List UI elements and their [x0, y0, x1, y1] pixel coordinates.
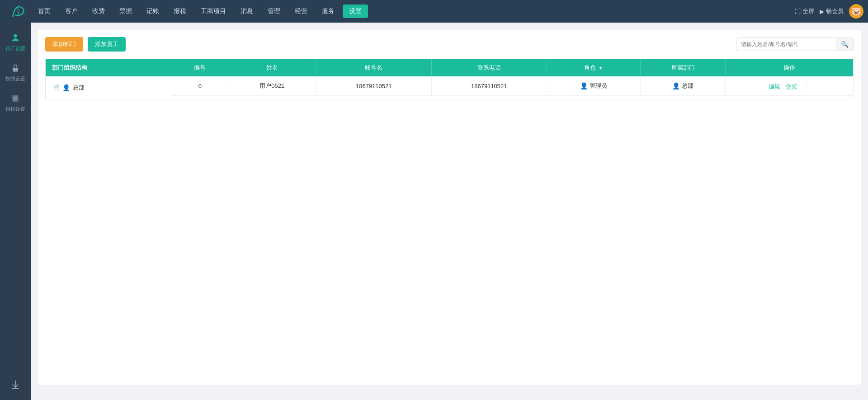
role-user-icon: 👤: [580, 82, 588, 89]
employee-table: 编号 姓名 账号名 联系电话 角色 ▼ 所属部门 操作: [172, 59, 853, 96]
col-header-phone: 联系电话: [431, 59, 547, 76]
dept-user-icon-2: 👤: [672, 82, 680, 89]
search-input[interactable]: [736, 38, 836, 50]
col-header-id: 编号: [172, 59, 228, 76]
lock-icon: [10, 63, 21, 74]
add-emp-button[interactable]: 添加员工: [88, 37, 126, 52]
nav-item-bookkeeping[interactable]: 记账: [140, 5, 165, 18]
search-icon: 🔍: [841, 41, 849, 48]
nav-items: 首页 客户 收费 票据 记账 报税 工商项目 消息 管理 经营 服务 设置: [32, 5, 795, 18]
col-header-dept: 所属部门: [641, 59, 726, 76]
edit-link[interactable]: 编辑: [769, 83, 780, 90]
col-header-account: 账号名: [316, 59, 431, 76]
emp-table: 编号 姓名 账号名 联系电话 角色 ▼ 所属部门 操作: [172, 59, 853, 99]
table-header-row: 编号 姓名 账号名 联系电话 角色 ▼ 所属部门 操作: [172, 59, 853, 76]
dept-tree-header: 部门组织结构: [46, 59, 172, 76]
file-icon: 📄: [52, 84, 60, 91]
cell-account: 18679110521: [316, 76, 431, 96]
nav-item-customer[interactable]: 客户: [59, 5, 84, 18]
fullscreen-label: 全屏: [802, 7, 814, 15]
vip-icon: ▶: [820, 8, 824, 15]
dept-tree-item-general[interactable]: 📄 👤 总部: [46, 80, 172, 95]
toolbar-left: 添加部门 添加员工: [45, 37, 126, 52]
cell-name: 用户0521: [228, 76, 316, 96]
main-content: 添加部门 添加员工 🔍 部门组织结构 📄: [31, 23, 868, 400]
dept-tree: 部门组织结构 📄 👤 总部: [46, 59, 172, 99]
person-icon: [10, 33, 21, 43]
dept-user-icon: 👤: [62, 84, 70, 91]
table-row: 0 用户0521 18679110521 18679110521 👤 管理员: [172, 76, 853, 96]
role-value: 管理员: [590, 82, 607, 90]
sidebar-item-taxsettings[interactable]: 报税设置: [0, 88, 31, 118]
cell-action: 编辑 交接 ⋮: [726, 76, 853, 96]
nav-right: ⛶ 全屏 ▶ 畅会员 🐷: [795, 4, 863, 19]
cell-phone: 18679110521: [431, 76, 547, 96]
nav-item-service[interactable]: 服务: [316, 5, 341, 18]
filter-icon[interactable]: ▼: [599, 66, 603, 71]
nav-item-operation[interactable]: 经营: [288, 5, 314, 18]
report-icon: [10, 93, 21, 104]
content-area: 添加部门 添加员工 🔍 部门组织结构 📄: [38, 30, 861, 385]
nav-item-bill[interactable]: 票据: [113, 5, 138, 18]
nav-item-message[interactable]: 消息: [234, 5, 259, 18]
dept-value: 总部: [682, 82, 693, 90]
cell-role: 👤 管理员: [547, 76, 640, 96]
top-nav: 首页 客户 收费 票据 记账 报税 工商项目 消息 管理 经营 服务 设置 ⛶ …: [0, 0, 868, 23]
logo-icon: [11, 4, 25, 19]
fullscreen-icon: ⛶: [795, 8, 801, 15]
svg-rect-1: [13, 68, 18, 71]
sidebar-item-taxsettings-label: 报税设置: [5, 106, 25, 113]
avatar[interactable]: 🐷: [849, 4, 863, 19]
cell-dept: 👤 总部: [641, 76, 726, 96]
sidebar-item-permission-label: 权限设置: [5, 75, 25, 82]
transfer-link[interactable]: 交接: [786, 83, 797, 90]
vip-label: 畅会员: [826, 7, 844, 15]
nav-item-settings[interactable]: 设置: [343, 5, 368, 18]
two-column-layout: 部门组织结构 📄 👤 总部 编号: [45, 59, 854, 99]
layout: 员工设置 权限设置 报税设置: [0, 23, 868, 400]
download-icon: [10, 379, 21, 390]
col-header-name: 姓名: [228, 59, 316, 76]
col-header-role: 角色 ▼: [547, 59, 640, 76]
search-button[interactable]: 🔍: [836, 38, 853, 51]
nav-item-home[interactable]: 首页: [32, 5, 57, 18]
sidebar: 员工设置 权限设置 报税设置: [0, 23, 31, 400]
add-dept-button[interactable]: 添加部门: [45, 37, 83, 52]
svg-point-0: [14, 34, 17, 38]
dept-name-general: 总部: [73, 84, 85, 92]
sidebar-item-employee-label: 员工设置: [5, 45, 25, 52]
fullscreen-btn[interactable]: ⛶ 全屏: [795, 7, 814, 15]
vip-btn[interactable]: ▶ 畅会员: [820, 7, 844, 15]
sidebar-item-permission[interactable]: 权限设置: [0, 57, 31, 88]
nav-item-charge[interactable]: 收费: [86, 5, 111, 18]
sidebar-bottom: [10, 374, 21, 400]
nav-item-tax[interactable]: 报税: [167, 5, 193, 18]
nav-item-bizproject[interactable]: 工商项目: [194, 5, 232, 18]
nav-item-manage[interactable]: 管理: [261, 5, 287, 18]
toolbar: 添加部门 添加员工 🔍: [45, 37, 854, 52]
sidebar-item-download[interactable]: [10, 374, 21, 395]
col-header-action: 操作: [726, 59, 853, 76]
cell-id: 0: [172, 76, 228, 96]
search-box: 🔍: [736, 38, 854, 51]
more-btn[interactable]: ⋮: [802, 81, 810, 90]
dept-tree-body: 📄 👤 总部: [46, 76, 172, 99]
sidebar-item-employee[interactable]: 员工设置: [0, 27, 31, 57]
logo: [5, 4, 32, 19]
